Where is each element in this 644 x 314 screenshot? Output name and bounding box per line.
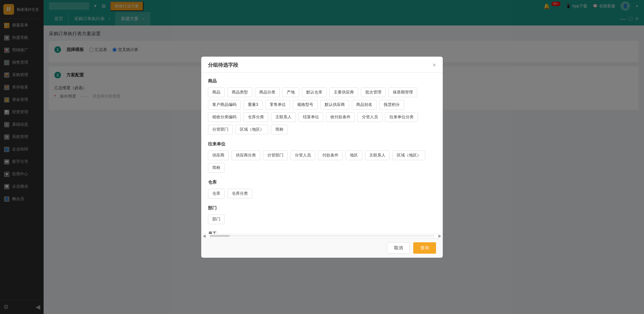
scroll-left-arrow[interactable]: ◀ (201, 234, 207, 238)
section-department-title: 部门 (208, 205, 436, 211)
field-tag[interactable]: 主联系人 (365, 150, 390, 160)
hscroll-bar (210, 235, 434, 237)
field-select-modal: 分组待选字段 × 商品 商品 商品类型 商品分类 产地 默认仓库 主要供应商 批… (201, 57, 443, 258)
field-tag[interactable]: 默认供应商 (320, 100, 349, 110)
modal-overlay: 分组待选字段 × 商品 商品 商品类型 商品分类 产地 默认仓库 主要供应商 批… (0, 0, 644, 314)
cancel-button[interactable]: 取消 (387, 242, 410, 254)
field-tag[interactable]: 商品别名 (352, 100, 377, 110)
field-tag[interactable]: 商品分类 (255, 87, 280, 97)
field-tag[interactable]: 零售单位 (265, 100, 290, 110)
field-tag[interactable]: 仓库分类 (244, 112, 268, 122)
section-counterparty: 往来单位 供应商 供应商分类 分管部门 分管人员 付款条件 地区 主联系人 区域… (208, 141, 436, 173)
field-tag[interactable]: 拣货积分 (379, 100, 404, 110)
field-tag[interactable]: 仓库 (208, 189, 225, 198)
modal-header: 分组待选字段 × (201, 57, 443, 73)
field-tag[interactable]: 规格型号 (293, 100, 318, 110)
section-employee: 员工 业务员 (208, 231, 436, 234)
field-tag[interactable]: 简称 (208, 163, 225, 173)
field-tag[interactable]: 税收分类编码 (208, 112, 241, 122)
field-tag[interactable]: 收付款条件 (326, 112, 355, 122)
hscroll-thumb[interactable] (210, 235, 230, 237)
scroll-right-arrow[interactable]: ▶ (437, 234, 443, 238)
field-tag[interactable]: 重量3 (244, 100, 263, 110)
field-tag[interactable]: 主要供应商 (329, 87, 358, 97)
field-tag[interactable]: 付款条件 (318, 150, 343, 160)
section-product-title: 商品 (208, 78, 436, 84)
field-tag[interactable]: 产地 (282, 87, 299, 97)
modal-title: 分组待选字段 (208, 62, 238, 68)
field-tag[interactable]: 客户商品编码 (208, 100, 241, 110)
field-tag[interactable]: 分管部门 (263, 150, 288, 160)
field-tag[interactable]: 分管部门 (208, 125, 233, 134)
field-tag[interactable]: 地区 (345, 150, 362, 160)
section-product: 商品 商品 商品类型 商品分类 产地 默认仓库 主要供应商 批次管理 保质期管理… (208, 78, 436, 134)
product-fields: 商品 商品类型 商品分类 产地 默认仓库 主要供应商 批次管理 保质期管理 客户… (208, 87, 436, 134)
section-warehouse: 仓库 仓库 仓库分类 (208, 179, 436, 198)
field-tag[interactable]: 部门 (208, 214, 225, 224)
field-tag[interactable]: 结算单位 (299, 112, 323, 122)
counterparty-fields: 供应商 供应商分类 分管部门 分管人员 付款条件 地区 主联系人 区域（地区） … (208, 150, 436, 173)
field-tag[interactable]: 默认仓库 (302, 87, 327, 97)
confirm-button[interactable]: 查询 (413, 242, 436, 254)
modal-body[interactable]: 商品 商品 商品类型 商品分类 产地 默认仓库 主要供应商 批次管理 保质期管理… (201, 73, 443, 234)
field-tag[interactable]: 商品类型 (227, 87, 252, 97)
field-tag[interactable]: 保质期管理 (388, 87, 417, 97)
field-tag[interactable]: 区域（地区） (235, 125, 268, 134)
field-tag[interactable]: 供应商 (208, 150, 229, 160)
field-tag[interactable]: 区域（地区） (392, 150, 425, 160)
section-warehouse-title: 仓库 (208, 179, 436, 185)
section-counterparty-title: 往来单位 (208, 141, 436, 147)
field-tag[interactable]: 仓库分类 (227, 189, 252, 198)
modal-footer: 取消 查询 (201, 238, 443, 258)
field-tag[interactable]: 主联系人 (271, 112, 296, 122)
section-department: 部门 部门 (208, 205, 436, 224)
department-fields: 部门 (208, 214, 436, 224)
modal-close-btn[interactable]: × (432, 62, 436, 68)
field-tag[interactable]: 分管人员 (290, 150, 315, 160)
field-tag[interactable]: 商品 (208, 87, 225, 97)
field-tag[interactable]: 简称 (271, 125, 288, 134)
modal-hscroll[interactable]: ◀ ▶ (201, 234, 443, 238)
field-tag[interactable]: 供应商分类 (231, 150, 260, 160)
warehouse-fields: 仓库 仓库分类 (208, 189, 436, 198)
field-tag[interactable]: 分管人员 (358, 112, 382, 122)
field-tag[interactable]: 批次管理 (361, 87, 386, 97)
section-employee-title: 员工 (208, 231, 436, 234)
field-tag[interactable]: 往来单位分类 (385, 112, 418, 122)
